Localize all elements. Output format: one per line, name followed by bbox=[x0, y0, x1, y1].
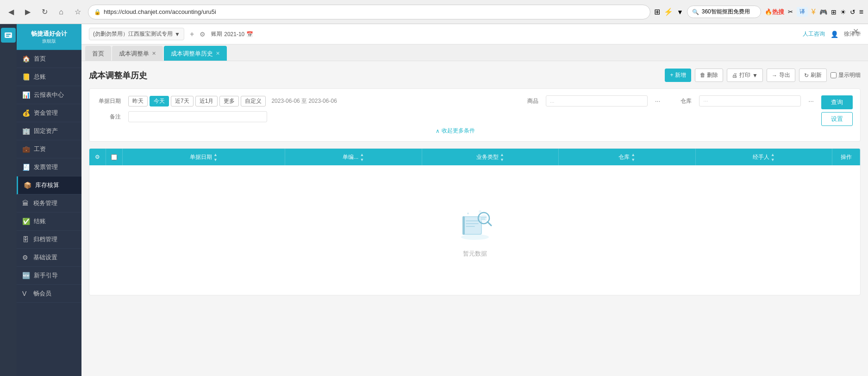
goods-select[interactable]: ... bbox=[546, 95, 648, 107]
close-window-button[interactable]: ✕ bbox=[853, 27, 859, 36]
export-button[interactable]: → 导出 bbox=[767, 69, 795, 82]
sidebar-item-archive[interactable]: 🗄 归档管理 bbox=[17, 231, 81, 249]
sidebar-item-ledger[interactable]: 📒 总账 bbox=[17, 68, 81, 86]
salary-icon: 💼 bbox=[22, 145, 30, 153]
date-btn-custom[interactable]: 自定义 bbox=[241, 96, 266, 107]
filter-actions: 查询 设置 bbox=[821, 95, 853, 135]
user-avatar[interactable]: 👤 bbox=[831, 31, 838, 38]
calendar-icon[interactable]: 📅 bbox=[246, 31, 253, 38]
biz-sort-icon[interactable]: ▲ ▼ bbox=[500, 152, 504, 162]
dropdown-icon[interactable]: ▼ bbox=[677, 8, 683, 16]
undo-icon[interactable]: ↺ bbox=[850, 8, 856, 16]
tab-cost-adjust-history[interactable]: 成本调整单历史 ✕ bbox=[164, 46, 227, 61]
th-date[interactable]: 单据日期 ▲ ▼ bbox=[123, 149, 285, 165]
top-bar-right: ✕ 人工咨询 👤 徐泽华 bbox=[803, 30, 861, 38]
date-btn-more[interactable]: 更多 bbox=[219, 96, 239, 107]
th-warehouse[interactable]: 仓库 ▲ ▼ bbox=[559, 149, 695, 165]
sidebar-item-funds[interactable]: 💰 资金管理 bbox=[17, 104, 81, 122]
translate-icon[interactable]: 译 bbox=[797, 7, 808, 17]
warehouse-sort-icon[interactable]: ▲ ▼ bbox=[631, 152, 635, 162]
app-container: 畅捷通好会计 旗舰版 🏠 首页 📒 总账 📊 云报表中心 💰 资金管理 🏢 bbox=[0, 24, 868, 376]
refresh-button-page[interactable]: ↻ 刷新 bbox=[799, 69, 827, 82]
th-biz-type[interactable]: 业务类型 ▲ ▼ bbox=[422, 149, 559, 165]
sidebar-item-fixed-assets[interactable]: 🏢 固定资产 bbox=[17, 122, 81, 140]
export-icon: → bbox=[772, 72, 777, 79]
sidebar-item-vip[interactable]: V 畅会员 bbox=[17, 285, 81, 303]
date-btn-1month[interactable]: 近1月 bbox=[195, 96, 218, 107]
search-placeholder-text: 360智能抠图免费用 bbox=[702, 8, 750, 16]
svg-rect-1 bbox=[6, 34, 11, 35]
th-person[interactable]: 经手人 ▲ ▼ bbox=[696, 149, 832, 165]
home-button[interactable]: ⌂ bbox=[55, 6, 68, 19]
delete-button[interactable]: 🗑 删除 bbox=[695, 69, 723, 82]
back-button[interactable]: ◀ bbox=[5, 6, 18, 19]
hot-search-badge[interactable]: 🔥热搜 bbox=[765, 8, 784, 16]
collapse-filter-button[interactable]: ∧ 收起更多条件 bbox=[97, 127, 814, 135]
sidebar-item-ledger-label: 总账 bbox=[34, 73, 46, 81]
search-button[interactable]: 查询 bbox=[821, 95, 853, 109]
add-company-button[interactable]: + bbox=[190, 30, 194, 38]
inventory-icon: 📦 bbox=[24, 182, 31, 189]
setting-button[interactable]: 设置 bbox=[821, 112, 853, 126]
select-all-checkbox[interactable] bbox=[111, 154, 117, 160]
tab-cost-adjust-history-close[interactable]: ✕ bbox=[216, 50, 220, 56]
date-sort-icon[interactable]: ▲ ▼ bbox=[213, 152, 218, 162]
date-btn-7days[interactable]: 近7天 bbox=[171, 96, 194, 107]
th-gear[interactable]: ⚙ bbox=[89, 149, 106, 165]
warehouse-more-icon[interactable]: ··· bbox=[808, 97, 814, 105]
refresh-button[interactable]: ↻ bbox=[38, 6, 51, 19]
accounting-period: 账期 2021-10 📅 bbox=[211, 30, 253, 38]
wallet-icon[interactable]: ¥ bbox=[812, 8, 816, 16]
print-button[interactable]: 🖨 打印 ▼ bbox=[727, 69, 763, 82]
company-selector[interactable]: (勿删勿禁用）江西服宝测试专用 ▼ bbox=[89, 28, 184, 40]
warehouse-placeholder: ··· bbox=[703, 98, 708, 104]
th-checkbox[interactable] bbox=[106, 149, 123, 165]
show-summary-toggle[interactable]: 显示明细 bbox=[831, 71, 861, 79]
settings-icon: ⚙ bbox=[22, 254, 30, 261]
settings-gear-icon[interactable]: ⚙ bbox=[200, 31, 206, 38]
sidebar-item-inventory-label: 库存核算 bbox=[35, 181, 59, 189]
tab-home-label: 首页 bbox=[92, 50, 104, 58]
game-icon[interactable]: 🎮 bbox=[819, 8, 827, 16]
show-summary-checkbox[interactable] bbox=[831, 72, 837, 78]
search-bar[interactable]: 🔍 360智能抠图免费用 bbox=[687, 6, 761, 18]
sidebar-item-inventory[interactable]: 📦 库存核算 bbox=[17, 176, 81, 194]
menu-icon[interactable]: ≡ bbox=[859, 8, 863, 16]
forward-button[interactable]: ▶ bbox=[21, 6, 34, 19]
lightning-icon[interactable]: ⚡ bbox=[664, 7, 673, 16]
sidebar-item-reports[interactable]: 📊 云报表中心 bbox=[17, 86, 81, 104]
sidebar-item-invoice[interactable]: 🧾 发票管理 bbox=[17, 158, 81, 176]
new-button[interactable]: + 新增 bbox=[665, 69, 691, 82]
page-actions: + 新增 🗑 删除 🖨 打印 ▼ → 导出 ↻ 刷新 bbox=[665, 69, 861, 82]
icon-sidebar-logo[interactable] bbox=[1, 28, 16, 43]
date-btn-today[interactable]: 今天 bbox=[150, 96, 169, 107]
refresh-label: 刷新 bbox=[811, 71, 822, 79]
tab-cost-adjust[interactable]: 成本调整单 ✕ bbox=[112, 46, 163, 61]
th-num[interactable]: 单编... ▲ ▼ bbox=[285, 149, 422, 165]
company-dropdown-icon: ▼ bbox=[175, 31, 180, 38]
date-btn-yesterday[interactable]: 昨天 bbox=[128, 96, 148, 107]
sidebar-item-home[interactable]: 🏠 首页 bbox=[17, 50, 81, 68]
sidebar-item-salary[interactable]: 💼 工资 bbox=[17, 140, 81, 158]
address-bar[interactable]: 🔒 https://cloud.chanjet.com/accounting/u… bbox=[88, 5, 650, 19]
goods-more-icon[interactable]: ··· bbox=[655, 97, 661, 105]
num-sort-icon[interactable]: ▲ ▼ bbox=[360, 152, 364, 162]
star-button[interactable]: ☆ bbox=[71, 6, 84, 19]
tab-home[interactable]: 首页 bbox=[85, 46, 111, 61]
svg-line-12 bbox=[487, 222, 491, 226]
extensions-icon[interactable]: ⊞ bbox=[654, 7, 660, 16]
scissors-icon[interactable]: ✂ bbox=[788, 8, 793, 15]
sidebar-item-checkout[interactable]: ✅ 结账 bbox=[17, 213, 81, 231]
warehouse-select[interactable]: ··· bbox=[699, 95, 801, 107]
tab-cost-adjust-close[interactable]: ✕ bbox=[152, 50, 156, 56]
brightness-icon[interactable]: ☀ bbox=[840, 8, 846, 16]
sidebar-item-guide[interactable]: 🆕 新手引导 bbox=[17, 267, 81, 285]
grid-icon[interactable]: ⊞ bbox=[831, 8, 837, 16]
print-dropdown-icon[interactable]: ▼ bbox=[752, 72, 758, 79]
tabs-bar: 首页 成本调整单 ✕ 成本调整单历史 ✕ bbox=[81, 44, 868, 61]
sidebar-item-tax[interactable]: 🏛 税务管理 bbox=[17, 194, 81, 213]
person-sort-icon[interactable]: ▲ ▼ bbox=[771, 152, 775, 162]
note-input[interactable] bbox=[128, 111, 267, 122]
sidebar-item-settings[interactable]: ⚙ 基础设置 bbox=[17, 249, 81, 267]
user-service-link[interactable]: 人工咨询 bbox=[803, 30, 825, 38]
